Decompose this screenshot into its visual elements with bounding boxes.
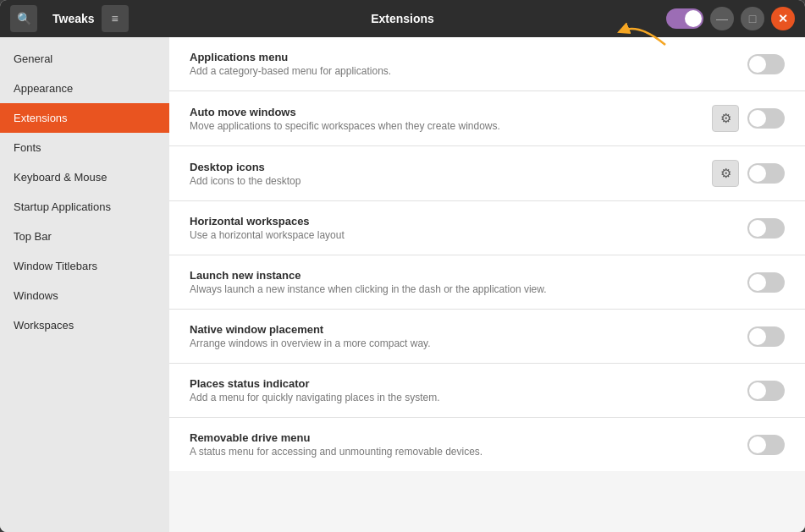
- minimize-button[interactable]: —: [710, 7, 734, 30]
- sidebar-item-window-titlebars[interactable]: Window Titlebars: [0, 251, 169, 281]
- titlebar: 🔍 Tweaks ≡ Extensions — □ ✕: [0, 0, 805, 37]
- sidebar-item-extensions[interactable]: Extensions: [0, 103, 169, 133]
- extension-row-applications-menu: Applications menuAdd a category-based me…: [169, 37, 805, 91]
- extension-title-desktop-icons: Desktop icons: [190, 161, 712, 173]
- extension-row-removable-drive-menu: Removable drive menuA status menu for ac…: [169, 418, 805, 471]
- minimize-icon: —: [716, 12, 728, 25]
- extension-desc-native-window-placement: Arrange windows in overview in a more co…: [190, 337, 747, 349]
- extension-controls-desktop-icons: ⚙: [712, 160, 785, 187]
- sidebar-item-fonts[interactable]: Fonts: [0, 133, 169, 162]
- extension-row-native-window-placement: Native window placementArrange windows i…: [169, 310, 805, 364]
- extensions-main-toggle[interactable]: [666, 8, 703, 29]
- extension-desc-launch-new-instance: Always launch a new instance when clicki…: [190, 283, 747, 295]
- toggle-horizontal-workspaces[interactable]: [747, 218, 785, 239]
- extension-title-removable-drive-menu: Removable drive menu: [190, 431, 747, 444]
- main-window: 🔍 Tweaks ≡ Extensions — □ ✕: [0, 0, 805, 532]
- menu-icon: ≡: [111, 12, 118, 25]
- extension-controls-applications-menu: [747, 54, 785, 74]
- extension-row-auto-move-windows: Auto move windowsMove applications to sp…: [169, 91, 805, 146]
- extension-info-auto-move-windows: Auto move windowsMove applications to sp…: [190, 106, 712, 132]
- extension-desc-applications-menu: Add a category-based menu for applicatio…: [190, 65, 747, 77]
- extension-title-applications-menu: Applications menu: [190, 51, 747, 63]
- sidebar-item-startup-applications[interactable]: Startup Applications: [0, 192, 169, 222]
- extension-controls-launch-new-instance: [747, 272, 785, 293]
- extension-desc-horizontal-workspaces: Use a horizontal workspace layout: [190, 229, 747, 241]
- extension-title-horizontal-workspaces: Horizontal workspaces: [190, 215, 747, 228]
- content-area: Applications menuAdd a category-based me…: [169, 37, 805, 532]
- extension-info-removable-drive-menu: Removable drive menuA status menu for ac…: [190, 431, 747, 458]
- sidebar-item-keyboard-mouse[interactable]: Keyboard & Mouse: [0, 162, 169, 192]
- titlebar-left: 🔍 Tweaks ≡: [10, 5, 129, 32]
- toggle-applications-menu[interactable]: [747, 54, 785, 74]
- extension-desc-removable-drive-menu: A status menu for accessing and unmounti…: [190, 446, 747, 458]
- sidebar-item-appearance[interactable]: Appearance: [0, 74, 169, 103]
- extension-title-auto-move-windows: Auto move windows: [190, 106, 712, 118]
- toggle-desktop-icons[interactable]: [747, 163, 785, 184]
- extension-info-places-status-indicator: Places status indicatorAdd a menu for qu…: [190, 377, 747, 403]
- menu-button[interactable]: ≡: [102, 5, 129, 32]
- maximize-button[interactable]: □: [741, 7, 764, 30]
- gear-button-auto-move-windows[interactable]: ⚙: [712, 105, 739, 132]
- extension-controls-horizontal-workspaces: [747, 218, 785, 239]
- extension-row-launch-new-instance: Launch new instanceAlways launch a new i…: [169, 255, 805, 310]
- extension-controls-auto-move-windows: ⚙: [712, 105, 785, 132]
- main-content: GeneralAppearanceExtensionsFontsKeyboard…: [0, 37, 805, 532]
- sidebar-item-windows[interactable]: Windows: [0, 281, 169, 310]
- toggle-launch-new-instance[interactable]: [747, 272, 785, 293]
- toggle-removable-drive-menu[interactable]: [747, 435, 785, 455]
- extension-title-launch-new-instance: Launch new instance: [190, 269, 747, 282]
- extension-title-native-window-placement: Native window placement: [190, 323, 747, 336]
- toggle-auto-move-windows[interactable]: [747, 108, 785, 129]
- sidebar: GeneralAppearanceExtensionsFontsKeyboard…: [0, 37, 169, 532]
- extension-desc-desktop-icons: Add icons to the desktop: [190, 175, 712, 187]
- extension-row-places-status-indicator: Places status indicatorAdd a menu for qu…: [169, 364, 805, 418]
- extension-controls-places-status-indicator: [747, 381, 785, 401]
- extension-controls-native-window-placement: [747, 326, 785, 347]
- extension-desc-places-status-indicator: Add a menu for quickly navigating places…: [190, 392, 747, 403]
- extension-info-applications-menu: Applications menuAdd a category-based me…: [190, 51, 747, 77]
- search-icon: 🔍: [17, 12, 31, 25]
- toggle-places-status-indicator[interactable]: [747, 381, 785, 401]
- gear-button-desktop-icons[interactable]: ⚙: [712, 160, 739, 187]
- extension-info-native-window-placement: Native window placementArrange windows i…: [190, 323, 747, 349]
- maximize-icon: □: [749, 12, 756, 25]
- extension-desc-auto-move-windows: Move applications to specific workspaces…: [190, 120, 712, 132]
- extension-controls-removable-drive-menu: [747, 435, 785, 455]
- search-button[interactable]: 🔍: [10, 5, 37, 32]
- extension-info-launch-new-instance: Launch new instanceAlways launch a new i…: [190, 269, 747, 295]
- sidebar-item-top-bar[interactable]: Top Bar: [0, 222, 169, 251]
- window-title: Extensions: [371, 12, 434, 25]
- extension-title-places-status-indicator: Places status indicator: [190, 377, 747, 390]
- titlebar-right: — □ ✕: [666, 7, 795, 30]
- extension-info-horizontal-workspaces: Horizontal workspacesUse a horizontal wo…: [190, 215, 747, 241]
- app-name: Tweaks: [52, 12, 95, 25]
- sidebar-item-workspaces[interactable]: Workspaces: [0, 310, 169, 340]
- sidebar-item-general[interactable]: General: [0, 44, 169, 74]
- extension-info-desktop-icons: Desktop iconsAdd icons to the desktop: [190, 161, 712, 187]
- close-icon: ✕: [778, 12, 788, 25]
- toggle-native-window-placement[interactable]: [747, 326, 785, 347]
- close-button[interactable]: ✕: [771, 7, 795, 30]
- extension-row-desktop-icons: Desktop iconsAdd icons to the desktop⚙: [169, 146, 805, 201]
- extension-row-horizontal-workspaces: Horizontal workspacesUse a horizontal wo…: [169, 201, 805, 255]
